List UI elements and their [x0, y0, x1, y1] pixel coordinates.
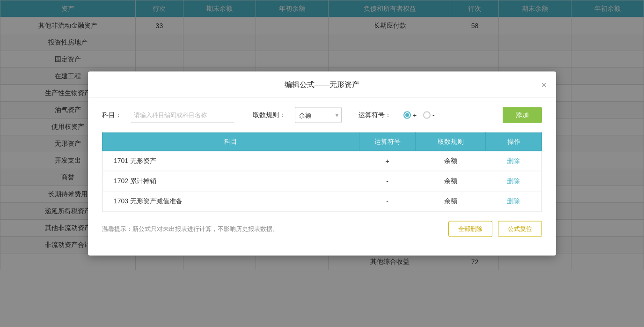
- operator-minus-radio[interactable]: -: [423, 111, 435, 119]
- formula-action-cell: 删除: [486, 191, 542, 211]
- formula-subject-cell: 1702 累计摊销: [102, 171, 359, 191]
- delete-all-button[interactable]: 全部删除: [448, 221, 492, 237]
- minus-radio-circle: [423, 111, 431, 119]
- modal-header: 编辑公式——无形资产 ×: [88, 72, 556, 98]
- minus-radio-label: -: [432, 111, 435, 119]
- rule-label: 取数规则：: [253, 111, 285, 119]
- formula-table-row: 1701 无形资产+余额删除: [102, 151, 542, 171]
- table-header-action: 操作: [486, 133, 542, 151]
- table-header-operator: 运算符号: [359, 133, 416, 151]
- formula-table: 科目 运算符号 取数规则 操作 1701 无形资产+余额删除1702 累计摊销-…: [102, 133, 542, 212]
- operator-radio-group: + -: [403, 111, 435, 119]
- formula-subject-cell: 1701 无形资产: [102, 151, 359, 171]
- plus-radio-circle: [403, 111, 411, 119]
- subject-label: 科目：: [102, 111, 122, 119]
- formula-rule-cell: 余额: [416, 171, 486, 191]
- formula-form: 科目： 取数规则： 余额 借方 贷方 借方发生额 贷方发生额 ▼ 运算符号： +…: [88, 98, 556, 133]
- formula-reset-button[interactable]: 公式复位: [498, 221, 542, 237]
- formula-delete-link[interactable]: 删除: [507, 197, 520, 205]
- formula-delete-link[interactable]: 删除: [507, 157, 520, 164]
- table-header-rule: 取数规则: [416, 133, 486, 151]
- modal-footer: 温馨提示：新公式只对未出报表进行计算，不影响历史报表数据。 全部删除 公式复位: [88, 212, 556, 242]
- formula-action-cell: 删除: [486, 171, 542, 191]
- modal-table-wrap: 科目 运算符号 取数规则 操作 1701 无形资产+余额删除1702 累计摊销-…: [88, 133, 556, 212]
- rule-select-wrap: 余额 借方 贷方 借方发生额 贷方发生额 ▼: [295, 107, 340, 123]
- formula-operator-cell: -: [359, 191, 416, 211]
- formula-operator-cell: -: [359, 171, 416, 191]
- modal-close-button[interactable]: ×: [541, 80, 547, 89]
- operator-plus-radio[interactable]: +: [403, 111, 417, 119]
- formula-rule-cell: 余额: [416, 151, 486, 171]
- formula-delete-link[interactable]: 删除: [507, 177, 520, 185]
- table-header-subject: 科目: [102, 133, 359, 151]
- formula-action-cell: 删除: [486, 151, 542, 171]
- formula-table-row: 1703 无形资产减值准备-余额删除: [102, 191, 542, 211]
- subject-input[interactable]: [131, 107, 234, 123]
- footer-tip: 温馨提示：新公式只对未出报表进行计算，不影响历史报表数据。: [102, 225, 278, 233]
- footer-buttons: 全部删除 公式复位: [448, 221, 542, 237]
- modal-title: 编辑公式——无形资产: [285, 80, 359, 90]
- add-button[interactable]: 添加: [503, 107, 542, 123]
- formula-subject-cell: 1703 无形资产减值准备: [102, 191, 359, 211]
- operator-label: 运算符号：: [359, 111, 391, 119]
- formula-table-row: 1702 累计摊销-余额删除: [102, 171, 542, 191]
- formula-operator-cell: +: [359, 151, 416, 171]
- edit-formula-modal: 编辑公式——无形资产 × 科目： 取数规则： 余额 借方 贷方 借方发生额 贷方…: [88, 72, 556, 256]
- formula-rule-cell: 余额: [416, 191, 486, 211]
- rule-select[interactable]: 余额 借方 贷方 借方发生额 贷方发生额: [295, 107, 342, 123]
- plus-radio-label: +: [413, 111, 417, 119]
